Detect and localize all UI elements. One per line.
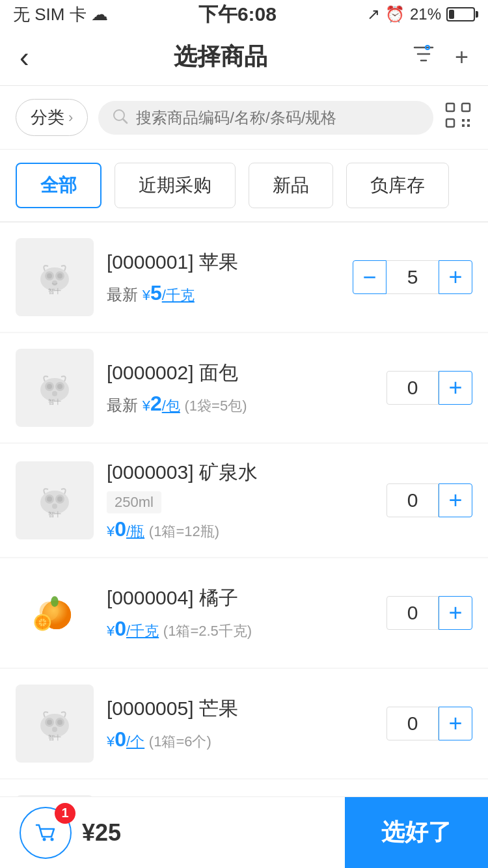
tabs-row: 全部 近期采购 新品 负库存 [0, 150, 488, 223]
product-price: ¥0/个 (1箱=6个) [107, 727, 373, 752]
list-item: 智十 [0000001] 苹果 最新 ¥5/千克 − + [0, 223, 488, 332]
product-price: ¥0/千克 (1箱=2.5千克) [107, 617, 373, 641]
product-price: 最新 ¥2/包 (1袋=5包) [107, 392, 373, 416]
svg-rect-2 [446, 103, 454, 111]
qty-plus-button[interactable]: + [439, 596, 472, 630]
category-button[interactable]: 分类 › [16, 99, 88, 136]
qty-plus-button[interactable]: + [439, 260, 472, 294]
svg-rect-4 [446, 119, 454, 127]
tab-recent[interactable]: 近期采购 [115, 163, 236, 208]
qty-plus-button[interactable]: + [439, 707, 472, 740]
search-bar [98, 101, 433, 135]
category-chevron-icon: › [68, 109, 73, 126]
nav-icons: + [412, 42, 468, 72]
quantity-control-0000004: + [386, 596, 472, 630]
quantity-control-0000005: + [386, 707, 472, 740]
cart-badge: 1 [55, 803, 75, 824]
status-bar: 无 SIM 卡 ☁ 下午6:08 ↗ ⏰ 21% [0, 0, 488, 29]
svg-point-16 [57, 384, 62, 389]
qty-minus-button[interactable]: − [353, 260, 386, 294]
cart-section: 1 ¥25 [0, 807, 345, 859]
filter-row: 分类 › [0, 86, 488, 150]
back-button[interactable]: ‹ [20, 41, 29, 74]
list-item: 智十 [0000003] 矿泉水 250ml ¥0/瓶 (1箱=12瓶) + [0, 444, 488, 557]
list-item: 智十 [0000002] 面包 最新 ¥2/包 (1袋=5包) + [0, 333, 488, 442]
list-item: [0000004] 橘子 ¥0/千克 (1箱=2.5千克) + [0, 558, 488, 668]
product-price: ¥0/瓶 (1箱=12瓶) [107, 517, 373, 541]
product-list: 智十 [0000001] 苹果 最新 ¥5/千克 − + [0, 223, 488, 868]
svg-point-42 [52, 727, 57, 732]
qty-input[interactable] [386, 483, 439, 517]
category-label: 分类 [31, 106, 64, 129]
product-spec: 250ml [107, 491, 161, 513]
svg-point-15 [47, 384, 52, 389]
product-image-0000002: 智十 [16, 349, 94, 427]
qty-input[interactable] [386, 371, 439, 405]
product-image-0000003: 智十 [16, 461, 94, 539]
svg-text:智十: 智十 [48, 734, 61, 741]
bottom-bar: 1 ¥25 选好了 [0, 796, 488, 868]
qty-input[interactable] [386, 707, 439, 740]
sim-status: 无 SIM 卡 ☁ [13, 3, 108, 26]
status-right: ↗ ⏰ 21% [367, 5, 475, 23]
battery-icon [446, 7, 475, 21]
confirm-button[interactable]: 选好了 [345, 797, 488, 869]
product-info-0000002: [0000002] 面包 最新 ¥2/包 (1袋=5包) [107, 360, 373, 416]
svg-point-41 [57, 720, 62, 725]
svg-point-57 [43, 837, 46, 841]
add-button[interactable]: + [455, 44, 468, 71]
product-info-0000001: [0000001] 苹果 最新 ¥5/千克 [107, 249, 340, 305]
svg-point-23 [57, 496, 62, 502]
alarm-icon: ⏰ [385, 5, 405, 23]
list-item: 智十 [0000005] 芒果 ¥0/个 (1箱=6个) + [0, 669, 488, 778]
tab-negative[interactable]: 负库存 [346, 163, 449, 208]
tab-all[interactable]: 全部 [16, 163, 102, 208]
cart-total: ¥25 [82, 819, 121, 847]
svg-point-9 [57, 273, 62, 278]
svg-point-40 [47, 720, 52, 725]
svg-point-24 [52, 504, 57, 509]
quantity-control-0000001: − + [353, 260, 472, 294]
svg-text:智十: 智十 [48, 511, 61, 518]
product-info-0000004: [0000004] 橘子 ¥0/千克 (1箱=2.5千克) [107, 585, 373, 641]
svg-point-58 [51, 837, 54, 841]
product-image-0000005: 智十 [16, 685, 94, 763]
svg-point-22 [47, 496, 52, 502]
svg-rect-3 [462, 103, 470, 111]
product-name: [0000001] 苹果 [107, 249, 340, 276]
qty-input[interactable] [386, 596, 439, 630]
qty-plus-button[interactable]: + [439, 483, 472, 517]
battery-percent: 21% [410, 5, 441, 23]
qty-plus-button[interactable]: + [439, 371, 472, 405]
svg-point-10 [52, 280, 57, 286]
scan-button[interactable] [444, 101, 472, 135]
qty-input[interactable] [386, 260, 439, 294]
tab-new[interactable]: 新品 [249, 163, 333, 208]
page-title: 选择商品 [174, 41, 267, 73]
svg-text:智十: 智十 [48, 288, 61, 295]
svg-text:智十: 智十 [48, 398, 61, 405]
search-input[interactable] [136, 109, 420, 127]
search-icon [111, 107, 129, 128]
product-info-0000003: [0000003] 矿泉水 250ml ¥0/瓶 (1箱=12瓶) [107, 459, 373, 541]
cart-button[interactable]: 1 [20, 807, 72, 859]
location-icon: ↗ [367, 5, 380, 23]
filter-button[interactable] [412, 42, 435, 72]
product-image-0000004 [16, 574, 94, 652]
nav-bar: ‹ 选择商品 + [0, 29, 488, 86]
product-name: [0000003] 矿泉水 [107, 459, 373, 486]
quantity-control-0000002: + [386, 371, 472, 405]
svg-point-29 [51, 596, 59, 606]
product-name: [0000002] 面包 [107, 360, 373, 387]
product-price: 最新 ¥5/千克 [107, 281, 340, 305]
product-name: [0000005] 芒果 [107, 696, 373, 722]
quantity-control-0000003: + [386, 483, 472, 517]
product-image-0000001: 智十 [16, 238, 94, 316]
product-info-0000005: [0000005] 芒果 ¥0/个 (1箱=6个) [107, 696, 373, 752]
product-name: [0000004] 橘子 [107, 585, 373, 612]
status-left: 无 SIM 卡 ☁ [13, 3, 108, 26]
svg-point-17 [52, 391, 57, 396]
svg-point-8 [47, 273, 52, 278]
status-time: 下午6:08 [198, 1, 277, 28]
